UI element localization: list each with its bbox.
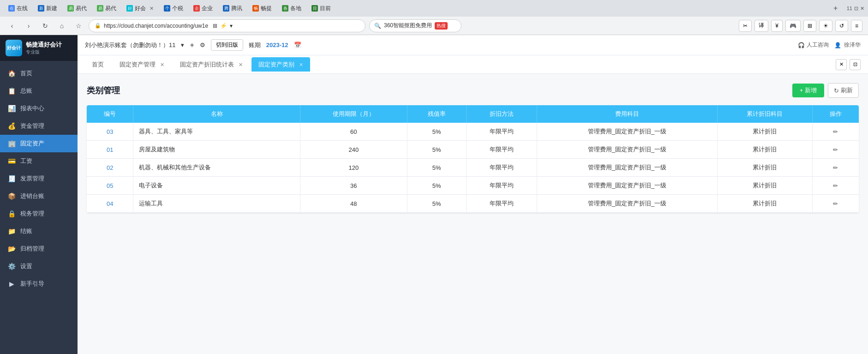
page-tab-close-2[interactable]: ✕ (239, 62, 243, 68)
sidebar-item-设置[interactable]: ⚙️设置 (0, 258, 78, 275)
url-input[interactable]: 🔒 https://cloud.chanjet.com/accounting/u… (89, 19, 365, 32)
col-header-4: 折旧方法 (466, 105, 537, 123)
search-bar[interactable]: 🔍 360智能抠图免费用 热搜 (369, 19, 461, 32)
game-button[interactable]: 🎮 (785, 20, 801, 32)
add-button[interactable]: + 新增 (792, 84, 824, 97)
back-button[interactable]: ‹ (6, 19, 18, 32)
cell-action-0[interactable]: ✏ (812, 123, 859, 141)
browser-tab-5[interactable]: 个个税 (159, 1, 188, 15)
address-bar: ‹ › ↻ ⌂ ☆ 🔒 https://cloud.chanjet.com/ac… (0, 17, 868, 35)
content-area: 类别管理 + 新增 ↻ 刷新 编号名称使用期限（月）残值率折旧方法费用科目累计折… (78, 74, 868, 354)
sidebar-logo: 好会计 (6, 40, 22, 56)
page-tab-1[interactable]: 固定资产管理✕ (113, 57, 171, 72)
close-window-button[interactable]: ✕ (860, 6, 864, 12)
edit-icon-1[interactable]: ✏ (833, 146, 838, 153)
cell-code-2[interactable]: 02 (87, 159, 133, 177)
browser-tab-7[interactable]: 腾腾讯 (218, 1, 247, 15)
wallet-button[interactable]: ¥ (771, 20, 783, 32)
sidebar-item-进销台账[interactable]: 📦进销台账 (0, 187, 78, 205)
browser-tab-0[interactable]: 在在线 (4, 1, 32, 15)
consult-button[interactable]: 🎧 人工咨询 (798, 41, 829, 49)
cell-code-0[interactable]: 03 (87, 123, 133, 141)
cell-code-4[interactable]: 04 (87, 195, 133, 213)
edit-icon-4[interactable]: ✏ (833, 200, 838, 207)
browser-tab-2[interactable]: 易易代 (63, 1, 91, 15)
calendar-icon[interactable]: 📅 (294, 42, 301, 48)
browser-tab-3[interactable]: 易易代 (92, 1, 121, 15)
browser-tab-8[interactable]: 畅畅提 (248, 1, 276, 15)
dropdown-icon[interactable]: ▾ (181, 42, 184, 48)
sidebar-item-总账[interactable]: 📋总账 (0, 82, 78, 100)
cell-residual-2: 5% (407, 159, 466, 177)
page-tab-close-3[interactable]: ✕ (299, 62, 303, 68)
user-info[interactable]: 👤 徐泽华 (834, 41, 861, 49)
bookmark-button[interactable]: ☆ (72, 19, 85, 32)
demo-label: 刘小艳演示账套（勿删勿动！）11 (85, 41, 175, 49)
menu-button[interactable]: ≡ (851, 20, 862, 32)
page-tab-close-1[interactable]: ✕ (160, 62, 164, 68)
cell-action-4[interactable]: ✏ (812, 195, 859, 213)
cell-code-1[interactable]: 01 (87, 141, 133, 159)
sidebar-item-固定资产[interactable]: 🏢固定资产 (0, 135, 78, 152)
top-bar: 刘小艳演示账套（勿删勿动！）11 ▾ + ⚙ 切到旧版 账期 2023-12 📅… (78, 35, 868, 55)
sidebar-item-首页[interactable]: 🏠首页 (0, 65, 78, 82)
page-tab-2[interactable]: 固定资产折旧统计表✕ (173, 57, 250, 72)
translate-button[interactable]: 译 (754, 20, 768, 32)
sidebar-icon-4: 🏢 (7, 139, 16, 148)
minimize-button[interactable]: 11 (847, 6, 852, 11)
browser-tab-10[interactable]: 目目前 (307, 1, 335, 15)
sidebar-item-工资[interactable]: 💳工资 (0, 152, 78, 170)
edit-icon-0[interactable]: ✏ (833, 128, 838, 135)
forward-button[interactable]: › (22, 19, 35, 32)
consult-label: 人工咨询 (807, 41, 829, 49)
table-row: 02 机器、机械和其他生产设备 120 5% 年限平均 管理费用_固定资产折旧_… (87, 159, 859, 177)
sidebar-item-新手引导[interactable]: ▶新手引导 (0, 275, 78, 293)
cell-action-2[interactable]: ✏ (812, 159, 859, 177)
page-header: 类别管理 + 新增 ↻ 刷新 (87, 83, 859, 98)
add-account-icon[interactable]: + (190, 41, 194, 49)
reload-button[interactable]: ↻ (39, 19, 52, 32)
page-tab-label-3: 固定资产类别 (258, 60, 294, 69)
col-header-3: 残值率 (407, 105, 466, 123)
browser-tab-4[interactable]: 好好会✕ (122, 1, 158, 15)
sidebar-label-3: 资金管理 (20, 122, 44, 130)
browser-tab-9[interactable]: 各各地 (277, 1, 306, 15)
scissors-button[interactable]: ✂ (739, 20, 752, 32)
sidebar-item-归档管理[interactable]: 📂归档管理 (0, 240, 78, 258)
window-close-btn[interactable]: ✕ (836, 59, 847, 70)
cell-code-3[interactable]: 05 (87, 177, 133, 195)
sidebar-item-报表中心[interactable]: 📊报表中心 (0, 100, 78, 117)
restore-button[interactable]: ⊡ (854, 6, 858, 12)
cell-action-1[interactable]: ✏ (812, 141, 859, 159)
sidebar-label-0: 首页 (20, 69, 32, 78)
cell-action-3[interactable]: ✏ (812, 177, 859, 195)
tab-close-icon[interactable]: ✕ (150, 6, 154, 12)
window-max-btn[interactable]: ⊡ (850, 59, 861, 70)
home-button[interactable]: ⌂ (55, 19, 68, 32)
page-tab-3[interactable]: 固定资产类别✕ (251, 57, 310, 72)
sidebar-icon-3: 💰 (7, 122, 16, 130)
browser-tab-1[interactable]: 新新建 (33, 1, 62, 15)
edit-icon-3[interactable]: ✏ (833, 182, 838, 189)
settings-icon[interactable]: ⚙ (200, 42, 205, 48)
sidebar-item-税务管理[interactable]: 🔒税务管理 (0, 205, 78, 222)
cell-name-1: 房屋及建筑物 (133, 141, 300, 159)
new-tab-button[interactable]: + (829, 2, 842, 15)
refresh-label: 刷新 (841, 86, 853, 95)
table-row: 05 电子设备 36 5% 年限平均 管理费用_固定资产折旧_一级 累计折旧 ✏ (87, 177, 859, 195)
sidebar-item-资金管理[interactable]: 💰资金管理 (0, 117, 78, 135)
sun-button[interactable]: ☀ (819, 20, 832, 32)
cell-name-0: 器具、工具、家具等 (133, 123, 300, 141)
undo-button[interactable]: ↺ (835, 20, 848, 32)
refresh-button[interactable]: ↻ 刷新 (828, 83, 859, 98)
cell-months-3: 36 (300, 177, 407, 195)
browser-tab-6[interactable]: 企企业 (189, 1, 217, 15)
edit-icon-2[interactable]: ✏ (833, 164, 838, 171)
switch-old-version-button[interactable]: 切到旧版 (211, 39, 243, 51)
page-tab-0[interactable]: 首页 (85, 57, 111, 72)
refresh-icon: ↻ (834, 87, 839, 94)
sidebar-item-发票管理[interactable]: 🧾发票管理 (0, 170, 78, 187)
grid-button[interactable]: ⊞ (803, 20, 816, 32)
sidebar-item-结账[interactable]: 📁结账 (0, 222, 78, 240)
cell-acc-dep-3: 累计折旧 (717, 177, 812, 195)
